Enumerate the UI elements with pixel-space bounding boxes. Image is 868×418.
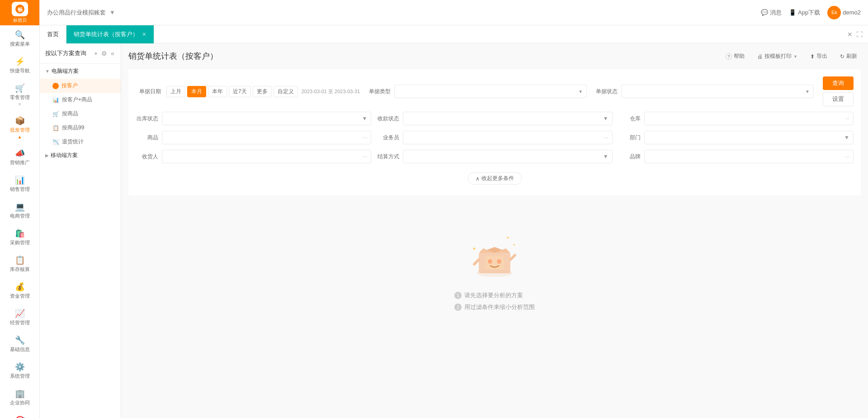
out-status-select[interactable]: ▼ [162, 112, 371, 125]
message-btn[interactable]: 💬 消息 [761, 9, 782, 17]
window-close-icon[interactable]: ✕ [847, 31, 853, 38]
print-btn[interactable]: 🖨 按模板打印 ▼ [754, 51, 801, 62]
filter-row-3: 商品 ··· 业务员 ··· 部门 [136, 131, 854, 144]
date-btn-more[interactable]: 更多 [253, 86, 272, 97]
tree-section: ▼ 电脑端方案 按客户 📊 按客户+商品 🛒 按商品 📋 按 [40, 64, 121, 162]
header-dropdown-icon[interactable]: ▼ [109, 9, 115, 16]
sidebar-item-sales[interactable]: 📊 销售管理 [0, 171, 39, 197]
tab-close-icon[interactable]: ✕ [142, 31, 146, 38]
doc-status-field: 单据状态 ▼ [592, 85, 814, 98]
settings-scheme-btn[interactable]: ⚙ [100, 49, 108, 58]
add-scheme-btn[interactable]: + [93, 49, 99, 58]
sidebar-label-retail: 零售管理 [10, 94, 30, 101]
tree-item-by-customer[interactable]: 按客户 [40, 79, 121, 93]
date-btn-this-year[interactable]: 本年 [208, 86, 227, 97]
collapse-arrow-icon: ∧ [476, 176, 480, 182]
tree-group-mobile[interactable]: ▶ 移动端方案 [40, 149, 121, 162]
sidebar-label-finance: 资金管理 [10, 293, 30, 299]
tree-item-by-customer-label: 按客户 [61, 82, 78, 90]
warehouse-label: 仓库 [618, 115, 641, 123]
brand-input[interactable]: ··· [644, 150, 854, 163]
sidebar-item-finance[interactable]: 💰 资金管理 [0, 277, 39, 304]
tab-sales-stat[interactable]: 销货单统计表（按客户） ✕ [66, 25, 154, 43]
sidebar-item-newbie[interactable]: 🎯 新手引导 [0, 411, 39, 418]
sidebar-label-inventory: 库存核算 [10, 266, 30, 273]
sidebar-item-basic[interactable]: 🔧 基础信息 [0, 331, 39, 357]
filter-row-4: 收货人 ··· 结算方式 ▼ 品牌 [136, 150, 854, 163]
left-panel-header: 按以下方案查询 + ⚙ « [40, 43, 121, 64]
help-btn[interactable]: ? 帮助 [722, 51, 748, 62]
doc-type-select[interactable]: ▼ [394, 85, 587, 98]
date-btn-last-7[interactable]: 近7天 [229, 86, 251, 97]
window-expand-icon[interactable]: ⛶ [856, 31, 863, 38]
collapse-btn[interactable]: ∧ 收起更多条件 [468, 172, 522, 185]
tree-item-by-customer-goods-label: 按客户+商品 [62, 96, 92, 104]
sidebar-item-inventory[interactable]: 📋 库存核算 [0, 251, 39, 277]
message-label: 消息 [770, 9, 782, 17]
sidebar-item-retail[interactable]: 🛒 零售管理 ▼ [0, 79, 39, 111]
basic-icon: 🔧 [15, 335, 25, 345]
settlement-label: 结算方式 [377, 153, 399, 161]
sidebar-item-search[interactable]: 🔍 搜索菜单 [0, 25, 39, 52]
refresh-icon: ↻ [840, 53, 844, 60]
query-btn[interactable]: 查询 [823, 76, 854, 90]
salesperson-label: 业务员 [377, 134, 399, 142]
date-btn-custom[interactable]: 自定义 [274, 86, 298, 97]
refresh-btn[interactable]: ↻ 刷新 [836, 51, 861, 62]
tree-item-by-goods-icon: 🛒 [52, 111, 59, 117]
sidebar-label-wholesale: 批发管理 [10, 127, 30, 133]
page-title: 销货单统计表（按客户） [128, 51, 218, 62]
sales-icon: 📊 [15, 175, 25, 185]
sidebar-item-ecommerce[interactable]: 💻 电商管理 [0, 197, 39, 224]
svg-line-8 [510, 255, 515, 260]
doc-type-arrow: ▼ [578, 89, 583, 94]
refresh-label: 刷新 [846, 52, 857, 60]
goods-dots: ··· [363, 134, 367, 141]
recipient-input[interactable]: ··· [162, 150, 371, 163]
export-btn[interactable]: ⬆ 导出 [807, 51, 831, 62]
sidebar-item-purchase[interactable]: 🛍️ 采购管理 [0, 224, 39, 251]
logo-icon: 畅 [12, 2, 28, 16]
sidebar-item-operations[interactable]: 📈 经营管理 [0, 304, 39, 331]
sidebar-item-system[interactable]: ⚙️ 系统管理 [0, 357, 39, 384]
sidebar-label-quick-nav: 快捷导航 [10, 67, 30, 74]
date-label: 单据日期 [136, 88, 161, 95]
doc-status-select[interactable]: ▼ [621, 85, 814, 98]
user-profile[interactable]: Ea demo2 [827, 6, 861, 19]
tip-1-text: 请先选择要分析的方案 [464, 291, 523, 299]
date-btn-last-month[interactable]: 上月 [166, 86, 185, 97]
recipient-dots: ··· [363, 153, 367, 160]
payment-status-select[interactable]: ▼ [403, 112, 612, 125]
sidebar-label-marketing: 营销推广 [10, 159, 30, 166]
print-label: 按模板打印 [764, 52, 792, 60]
department-select[interactable]: ▼ [644, 131, 854, 144]
export-label: 导出 [816, 52, 827, 60]
warehouse-input[interactable]: ··· [644, 112, 854, 125]
wholesale-arrow: ▲ [18, 134, 22, 139]
date-btn-this-month[interactable]: 本月 [187, 86, 206, 97]
tree-item-by-goods[interactable]: 🛒 按商品 [40, 107, 121, 121]
sidebar-label-ecommerce: 电商管理 [10, 213, 30, 219]
settlement-select[interactable]: ▼ [403, 150, 612, 163]
header-title: 办公用品行业模拟账套 [47, 9, 106, 17]
settings-btn[interactable]: 设置 [823, 92, 854, 106]
doc-status-arrow: ▼ [805, 89, 810, 94]
app-download-btn[interactable]: 📱 App下载 [789, 9, 820, 17]
collapse-panel-btn[interactable]: « [110, 49, 115, 58]
sidebar-item-wholesale[interactable]: 📦 批发管理 ▲ [0, 111, 39, 144]
sidebar-item-enterprise[interactable]: 🏢 企业协同 [0, 384, 39, 411]
salesperson-input[interactable]: ··· [403, 131, 612, 144]
tree-item-return-stats[interactable]: 📉 退货统计 [40, 135, 121, 149]
tree-item-by-goods-99[interactable]: 📋 按商品99 [40, 121, 121, 135]
goods-input[interactable]: ··· [162, 131, 371, 144]
system-icon: ⚙️ [15, 362, 25, 372]
payment-status-arrow: ▼ [603, 115, 609, 122]
tree-group-desktop[interactable]: ▼ 电脑端方案 [40, 64, 121, 79]
sidebar-item-marketing[interactable]: 📣 营销推广 [0, 144, 39, 171]
settlement-arrow: ▼ [603, 153, 609, 160]
tab-home[interactable]: 首页 [40, 25, 66, 43]
quick-nav-icon: ⚡ [15, 57, 25, 66]
sidebar-label-operations: 经营管理 [10, 319, 30, 326]
sidebar-item-quick-nav[interactable]: ⚡ 快捷导航 [0, 52, 39, 79]
tree-item-by-customer-goods[interactable]: 📊 按客户+商品 [40, 93, 121, 107]
